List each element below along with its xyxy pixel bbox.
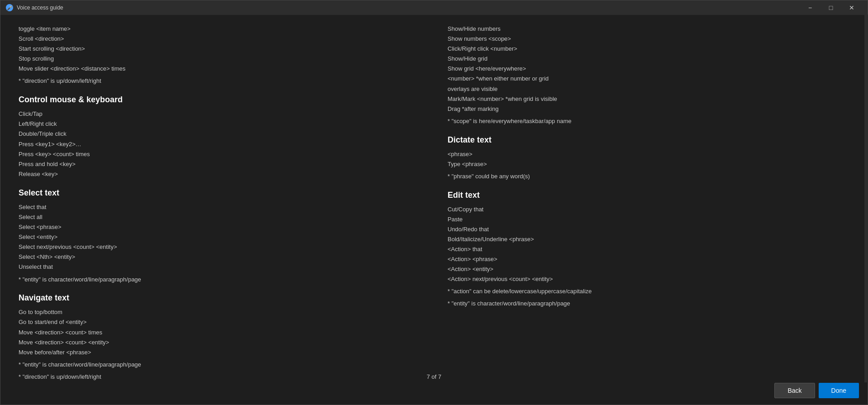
maximize-button[interactable]: □ [820, 0, 841, 15]
item-move-direction-entity: Move <direction> <count> <entity> [19, 338, 420, 348]
item-show-grid-here: Show grid <here/everywhere> [448, 64, 849, 74]
note-direction-navigate: * "direction" is up/down/left/right [19, 372, 420, 382]
item-select-phrase: Select <phrase> [19, 222, 420, 232]
item-press-keys: Press <key1> <key2>… [19, 139, 420, 149]
section-navigate-text: Navigate text Go to top/bottom Go to sta… [19, 293, 420, 381]
item-paste: Paste [448, 214, 849, 224]
item-show-numbers-scope: Show numbers <scope> [448, 34, 849, 44]
title-edit-text: Edit text [448, 191, 849, 200]
item-start-scrolling: Start scrolling <direction> [19, 44, 420, 54]
minimize-button[interactable]: − [800, 0, 820, 15]
footer-buttons: Back Done [774, 383, 859, 398]
title-bar: 🎤 Voice access guide − □ ✕ [0, 0, 868, 15]
note-phrase: * "phrase" could be any word(s) [448, 172, 849, 181]
section-select-text: Select text Select that Select all Selec… [19, 188, 420, 284]
item-bold-italicize: Bold/Italicize/Underline <phrase> [448, 234, 849, 244]
window: 🎤 Voice access guide − □ ✕ toggle <item … [0, 0, 868, 405]
note-entity-select: * "entity" is character/word/line/paragr… [19, 275, 420, 285]
item-action-phrase: <Action> <phrase> [448, 254, 849, 264]
item-action-next-prev: <Action> next/previous <count> <entity> [448, 274, 849, 284]
item-cut-copy-that: Cut/Copy that [448, 205, 849, 214]
title-select-text: Select text [19, 188, 420, 198]
item-go-top-bottom: Go to top/bottom [19, 307, 420, 317]
item-select-all: Select all [19, 212, 420, 222]
item-release-key: Release <key> [19, 169, 420, 179]
item-move-before-after: Move before/after <phrase> [19, 348, 420, 357]
item-mark-mark-number: Mark/Mark <number> *when grid is visible [448, 94, 849, 104]
item-go-start-end: Go to start/end of <entity> [19, 317, 420, 327]
item-action-that: <Action> that [448, 244, 849, 254]
item-toggle: toggle <item name> [19, 24, 420, 34]
item-show-hide-grid: Show/Hide grid [448, 54, 849, 64]
scrollbar[interactable] [864, 14, 868, 382]
item-move-direction-count: Move <direction> <count> times [19, 328, 420, 338]
page-indicator: 7 of 7 [427, 373, 442, 380]
note-scope: * "scope" is here/everywhere/taskbar/app… [448, 117, 849, 126]
item-press-hold: Press and hold <key> [19, 159, 420, 169]
done-button[interactable]: Done [819, 383, 859, 398]
app-icon: 🎤 [6, 4, 13, 11]
item-click-tap: Click/Tap [19, 109, 420, 119]
item-select-entity: Select <entity> [19, 232, 420, 242]
section-control-mouse-keyboard: Control mouse & keyboard Click/Tap Left/… [19, 95, 420, 179]
item-select-next-prev: Select next/previous <count> <entity> [19, 242, 420, 252]
title-dictate-text: Dictate text [448, 135, 849, 145]
item-click-right-click-number: Click/Right click <number> [448, 44, 849, 54]
title-control-mouse-keyboard: Control mouse & keyboard [19, 95, 420, 105]
back-button[interactable]: Back [774, 383, 815, 398]
left-column: toggle <item name> Scroll <direction> St… [19, 24, 420, 368]
content-area: toggle <item name> Scroll <direction> St… [0, 15, 868, 405]
window-title: Voice access guide [17, 5, 63, 11]
window-controls: − □ ✕ [800, 0, 862, 15]
item-select-that: Select that [19, 202, 420, 212]
item-phrase: <phrase> [448, 149, 849, 159]
item-select-nth: Select <Nth> <entity> [19, 252, 420, 262]
item-drag-after-marking: Drag *after marking [448, 104, 849, 114]
note-entity-navigate: * "entity" is character/word/line/paragr… [19, 360, 420, 370]
item-stop-scrolling: Stop scrolling [19, 54, 420, 64]
item-action-entity: <Action> <entity> [448, 264, 849, 274]
note-action: * "action" can be delete/lowercase/upper… [448, 287, 849, 296]
item-press-count: Press <key> <count> times [19, 149, 420, 159]
item-type-phrase: Type <phrase> [448, 159, 849, 169]
section-show-hide: Show/Hide numbers Show numbers <scope> C… [448, 24, 849, 126]
title-bar-left: 🎤 Voice access guide [6, 4, 63, 11]
right-column: Show/Hide numbers Show numbers <scope> C… [448, 24, 849, 368]
item-left-right-click: Left/Right click [19, 119, 420, 129]
item-overlays-visible: overlays are visible [448, 84, 849, 94]
note-direction: * "direction" is up/down/left/right [19, 76, 420, 86]
item-number-when: <number> *when either number or grid [448, 74, 849, 84]
section-edit-text: Edit text Cut/Copy that Paste Undo/Redo … [448, 191, 849, 309]
note-entity-edit: * "entity" is character/word/line/paragr… [448, 299, 849, 309]
close-button[interactable]: ✕ [841, 0, 862, 15]
title-navigate-text: Navigate text [19, 293, 420, 303]
item-move-slider: Move slider <direction> <distance> times [19, 64, 420, 74]
item-double-triple-click: Double/Triple click [19, 129, 420, 139]
section-scroll-items: toggle <item name> Scroll <direction> St… [19, 24, 420, 86]
item-scroll: Scroll <direction> [19, 34, 420, 44]
item-undo-redo: Undo/Redo that [448, 224, 849, 234]
item-unselect-that: Unselect that [19, 262, 420, 272]
item-show-hide-numbers: Show/Hide numbers [448, 24, 849, 34]
section-dictate-text: Dictate text <phrase> Type <phrase> * "p… [448, 135, 849, 181]
